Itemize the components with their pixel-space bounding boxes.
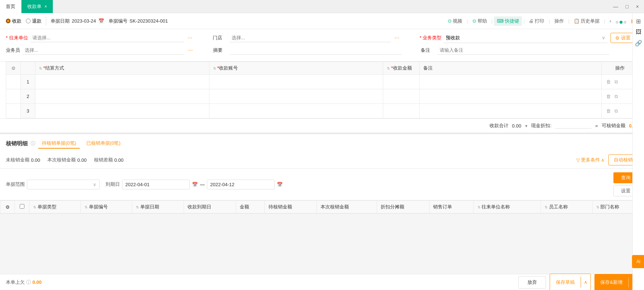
counterparty-field: 往来单位 ··· (6, 34, 194, 42)
row-amount-2[interactable] (383, 89, 420, 104)
sidebar-ai-icon[interactable]: Ai (632, 255, 644, 268)
current-label: 本次核销金额 (47, 157, 76, 163)
shop-more-btn[interactable]: ··· (393, 35, 401, 41)
sidebar-table-icon[interactable]: ⊞ (633, 16, 644, 26)
row-amount-1[interactable] (383, 75, 420, 89)
save-draft-arrow-icon[interactable]: ∧ (581, 277, 590, 287)
bottom-col-checkbox[interactable] (15, 201, 30, 213)
toolbar-right: ⊙ 视频 | ⊙ 帮助 | ⌨ 快捷键 | 🖨 打印 | 操作 | 📋 历史单据… (445, 16, 638, 26)
tab-pending[interactable]: 待核销单据(0笔) (38, 138, 80, 149)
writeoff-info-icon[interactable]: ⓘ (31, 140, 35, 147)
staff-more-btn[interactable]: ··· (186, 47, 194, 54)
date-to-input[interactable] (207, 180, 275, 189)
bottom-gear-icon[interactable]: ⚙ (5, 204, 10, 210)
staff-input[interactable] (23, 46, 184, 55)
note-input[interactable] (437, 46, 609, 55)
shortcut-button[interactable]: ⌨ 快捷键 (494, 16, 522, 26)
calendar-icon[interactable]: 📅 (277, 182, 283, 187)
total-value: 0.00 (512, 123, 521, 129)
save-draft-button[interactable]: 保存草稿 ∧ (550, 274, 591, 290)
date-from-input[interactable] (122, 180, 190, 189)
row-account-3[interactable] (209, 104, 383, 118)
row-note-2[interactable] (420, 89, 602, 104)
bottom-bar: 本单上欠 ⓘ 0.00 放弃 保存草稿 ∧ 保存&新增 ∧ (0, 274, 644, 290)
print-button[interactable]: 🖨 打印 (526, 16, 547, 26)
radio-receive[interactable]: 收款 (6, 18, 21, 24)
sidebar-image-icon[interactable]: 🖼 (633, 27, 644, 37)
sidebar-link-icon[interactable]: 🔗 (633, 38, 644, 48)
more-conditions-btn[interactable]: ▽ 更多条件 ∧ (576, 157, 605, 163)
discount-input[interactable] (555, 123, 592, 129)
radio-refund[interactable]: 退款 (26, 18, 42, 24)
row-account-2[interactable] (209, 89, 383, 104)
calendar-icon[interactable]: 📅 (98, 18, 104, 24)
shop-input[interactable] (229, 34, 391, 42)
help-button[interactable]: ⊙ 帮助 (470, 16, 490, 26)
tab-bar: 首页 收款单 × — □ × (0, 0, 644, 13)
bottom-col-pending: 待核销金额 (264, 201, 317, 213)
bottom-col-staff: ⇅ 员工名称 (541, 201, 592, 213)
tab-active[interactable]: 收款单 × (21, 0, 53, 13)
print-icon: 🖨 (529, 18, 534, 24)
bottom-col-current: 本次核销金额 (317, 201, 377, 213)
prev-button[interactable]: ‹ (607, 17, 614, 25)
row-amount-3[interactable] (383, 104, 420, 118)
copy-icon[interactable]: ⧉ (614, 93, 619, 100)
range-select[interactable]: ∨ (27, 180, 100, 189)
diff-label: 核销差额 (94, 157, 113, 163)
business-type-field: 业务类型 预收款 ∨ (420, 33, 608, 43)
gear-icon: ⚙ (615, 35, 620, 41)
tab-close-icon[interactable]: × (44, 4, 47, 9)
summary-input[interactable] (230, 46, 402, 55)
window-close-button[interactable]: × (634, 3, 641, 10)
business-type-select[interactable]: 预收款 ∨ (444, 33, 608, 43)
row-note-1[interactable] (420, 75, 602, 89)
table-gear-icon[interactable]: ⚙ (11, 66, 16, 71)
history-label: 历史单据 (581, 18, 600, 24)
tab-pending-label: 待核销单据(0笔) (42, 140, 76, 146)
row-note-3[interactable] (420, 104, 602, 118)
maximize-button[interactable]: □ (623, 3, 631, 10)
bottom-info-label: 本单上欠 (6, 279, 25, 286)
date-field: 单据日期 2023-03-24 📅 (51, 18, 104, 24)
filter-settings-label: 设置 (621, 188, 631, 193)
copy-icon[interactable]: ⧉ (614, 107, 619, 115)
tab-bar-right: — □ × (611, 3, 644, 10)
minimize-button[interactable]: — (611, 3, 620, 10)
counterparty-label: 往来单位 (6, 35, 28, 41)
bottom-table-header: ⚙ ⇅ 单据类型 ⇅ 单据编号 ⇅ 单据日期 收款到期日 金额 待核销金额 本次… (0, 200, 644, 214)
row-spacer (6, 75, 21, 89)
history-button[interactable]: 📋 历史单据 (571, 16, 602, 26)
due-date-field: 到期日 📅 — 📅 (106, 180, 283, 189)
copy-icon[interactable]: ⧉ (614, 78, 619, 86)
date-value: 2023-03-24 (72, 18, 96, 24)
row-settlement-1[interactable] (35, 75, 209, 89)
settings-button[interactable]: ⚙ 设置 (610, 33, 635, 43)
row-settlement-3[interactable] (35, 104, 209, 118)
delete-icon[interactable]: 🗑 (605, 93, 612, 100)
chevron-down-icon: ∨ (93, 182, 97, 187)
delete-icon[interactable]: 🗑 (605, 107, 612, 114)
counterparty-input[interactable] (30, 34, 184, 42)
col-account: ⇅ *收款账号 (209, 62, 383, 75)
calendar-icon[interactable]: 📅 (192, 182, 198, 187)
diff-value: 0.00 (114, 157, 123, 163)
summary-row: 收款合计 0.00 + 现金折扣: = 可核销金额 0.00 (0, 118, 644, 133)
unwritten-value: 0.00 (31, 157, 40, 163)
tab-done[interactable]: 已核销单据(0笔) (83, 138, 124, 149)
counterparty-more-btn[interactable]: ··· (186, 35, 194, 41)
row-account-1[interactable] (209, 75, 383, 89)
operation-button[interactable]: 操作 (551, 16, 567, 26)
col-amount: ⇅ *收款金额 (383, 62, 420, 75)
bottom-table-gear[interactable]: ⚙ (0, 201, 15, 213)
discard-button[interactable]: 放弃 (518, 276, 546, 289)
range-label: 单据范围 (6, 181, 25, 188)
select-all-checkbox[interactable] (20, 204, 24, 209)
table-settings-header[interactable]: ⚙ (6, 62, 21, 75)
tab-home[interactable]: 首页 (0, 0, 21, 13)
form-area: 往来单位 ··· 门店 ··· 业务类型 预收款 ∨ ⚙ 设置 业务员 (0, 29, 644, 62)
delete-icon[interactable]: 🗑 (605, 78, 612, 85)
video-button[interactable]: ⊙ 视频 (445, 16, 465, 26)
row-settlement-2[interactable] (35, 89, 209, 104)
save-new-button[interactable]: 保存&新增 ∧ (594, 274, 638, 290)
